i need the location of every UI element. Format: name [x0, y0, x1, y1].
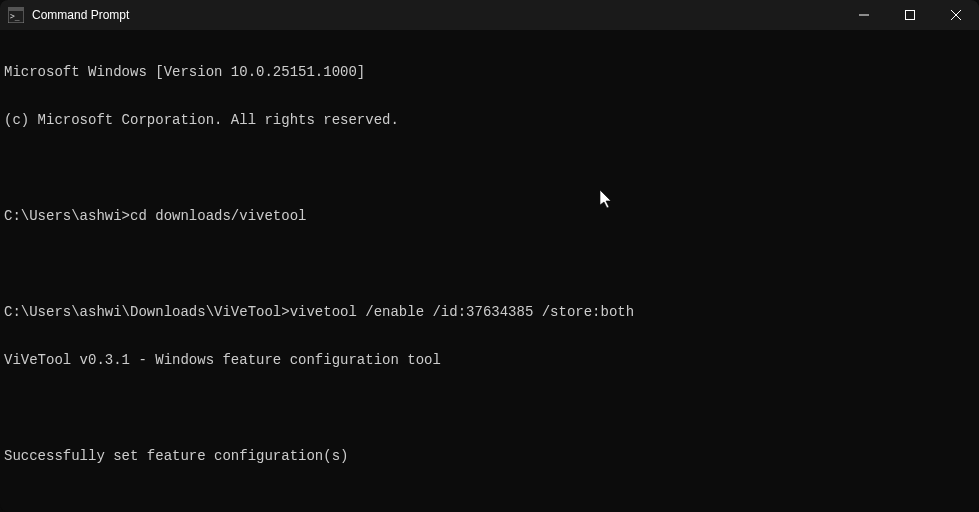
terminal-blank: [4, 256, 975, 272]
svg-rect-1: [8, 7, 24, 11]
titlebar[interactable]: >_ Command Prompt: [0, 0, 979, 30]
terminal-line: (c) Microsoft Corporation. All rights re…: [4, 112, 975, 128]
terminal-line: Successfully set feature configuration(s…: [4, 448, 975, 464]
terminal-line: Microsoft Windows [Version 10.0.25151.10…: [4, 64, 975, 80]
svg-rect-4: [906, 11, 915, 20]
svg-text:>_: >_: [10, 12, 20, 21]
terminal-blank: [4, 160, 975, 176]
minimize-button[interactable]: [841, 0, 887, 30]
maximize-button[interactable]: [887, 0, 933, 30]
close-button[interactable]: [933, 0, 979, 30]
command-prompt-window: >_ Command Prompt Microsoft Windows [Ver…: [0, 0, 979, 512]
terminal-area[interactable]: Microsoft Windows [Version 10.0.25151.10…: [0, 30, 979, 512]
terminal-line: ViVeTool v0.3.1 - Windows feature config…: [4, 352, 975, 368]
mouse-cursor-icon: [600, 190, 614, 210]
window-title: Command Prompt: [32, 8, 841, 22]
terminal-line: C:\Users\ashwi>cd downloads/vivetool: [4, 208, 975, 224]
terminal-blank: [4, 400, 975, 416]
cmd-icon: >_: [8, 7, 24, 23]
window-controls: [841, 0, 979, 30]
terminal-line: C:\Users\ashwi\Downloads\ViVeTool>viveto…: [4, 304, 975, 320]
terminal-blank: [4, 496, 975, 512]
